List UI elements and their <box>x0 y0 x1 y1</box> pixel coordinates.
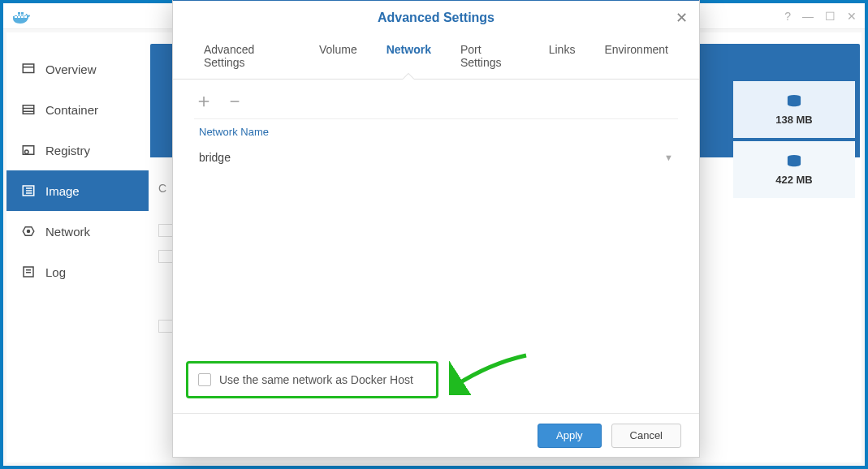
sidebar-item-label: Container <box>45 103 98 117</box>
annotation-arrow-icon <box>449 351 530 395</box>
network-row-dropdown[interactable]: bridge ▼ <box>194 144 678 170</box>
sidebar-item-log[interactable]: Log <box>6 252 149 292</box>
card-size-label: 422 MB <box>775 174 813 186</box>
tab-links[interactable]: Links <box>534 35 590 79</box>
checkbox[interactable] <box>198 373 211 386</box>
close-icon[interactable]: ✕ <box>676 9 688 27</box>
tab-port-settings[interactable]: Port Settings <box>446 35 534 79</box>
tab-network[interactable]: Network <box>372 35 446 79</box>
close-window-icon[interactable]: ✕ <box>847 10 857 23</box>
checkbox-label: Use the same network as Docker Host <box>219 373 413 386</box>
sidebar-item-label: Overview <box>45 62 97 76</box>
background-fragment-text: C <box>158 182 166 195</box>
host-network-checkbox-block[interactable]: Use the same network as Docker Host <box>186 361 438 398</box>
image-size-card[interactable]: 422 MB <box>733 141 855 198</box>
sidebar-item-container[interactable]: Container <box>6 89 149 130</box>
remove-button[interactable]: － <box>225 91 244 110</box>
modal-tabs: Advanced Settings Volume Network Port Se… <box>173 35 699 80</box>
registry-icon <box>21 143 36 157</box>
image-size-card[interactable]: 138 MB <box>733 81 855 138</box>
help-icon[interactable]: ? <box>784 10 791 23</box>
svg-rect-0 <box>23 64 34 73</box>
sidebar-item-label: Image <box>45 184 80 198</box>
add-button[interactable]: ＋ <box>194 91 214 110</box>
tab-advanced-settings[interactable]: Advanced Settings <box>189 35 304 79</box>
sidebar-item-image[interactable]: Image <box>6 170 149 211</box>
card-size-label: 138 MB <box>775 114 813 126</box>
network-table-header: Network Name <box>194 118 678 144</box>
container-icon <box>21 102 36 117</box>
modal-title: Advanced Settings <box>378 11 494 25</box>
sidebar-item-registry[interactable]: Registry <box>6 130 149 170</box>
log-icon <box>21 265 36 279</box>
sidebar: Overview Container Registry Image Networ… <box>6 32 149 463</box>
svg-point-6 <box>25 150 29 154</box>
sidebar-item-network[interactable]: Network <box>6 211 149 252</box>
advanced-settings-modal: Advanced Settings ✕ Advanced Settings Vo… <box>172 0 700 458</box>
sidebar-item-label: Network <box>45 225 90 239</box>
image-icon <box>21 183 36 198</box>
docker-logo-icon <box>11 6 31 26</box>
svg-rect-2 <box>23 105 34 114</box>
network-row-value: bridge <box>199 151 231 164</box>
chevron-down-icon: ▼ <box>664 153 673 162</box>
svg-point-11 <box>28 230 30 233</box>
tab-environment[interactable]: Environment <box>589 35 683 79</box>
cancel-button[interactable]: Cancel <box>611 424 681 448</box>
sidebar-item-overview[interactable]: Overview <box>6 49 149 89</box>
network-icon <box>21 224 36 239</box>
apply-button[interactable]: Apply <box>538 424 602 448</box>
tab-volume[interactable]: Volume <box>304 35 372 79</box>
maximize-icon[interactable]: ☐ <box>825 10 836 23</box>
database-icon <box>785 154 803 169</box>
minimize-icon[interactable]: — <box>802 10 814 23</box>
database-icon <box>785 94 803 109</box>
sidebar-item-label: Log <box>45 265 66 279</box>
window-controls: ? — ☐ ✕ <box>784 10 857 23</box>
overview-icon <box>21 62 36 76</box>
sidebar-item-label: Registry <box>45 144 90 157</box>
